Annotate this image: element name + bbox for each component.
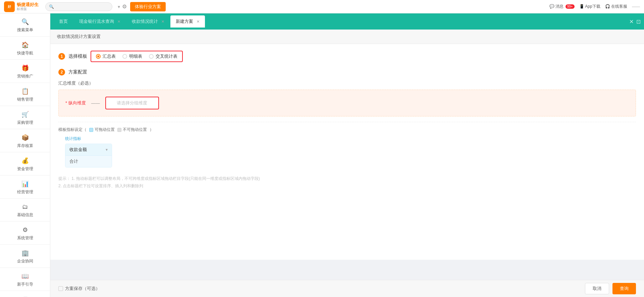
sidebar-item-label: 资金管理 bbox=[17, 166, 33, 172]
tab-cashflow-label: 现金银行流水查询 bbox=[79, 18, 114, 24]
dimension-select-box[interactable]: 请选择分组维度 bbox=[105, 97, 159, 109]
panel-header: 收款情况统计方案设置 bbox=[50, 30, 644, 44]
tab-home-label: 首页 bbox=[59, 18, 68, 24]
system-icon: ⚙ bbox=[22, 226, 28, 234]
marketing-icon: 🎁 bbox=[21, 64, 29, 72]
logo-icon: 好 bbox=[4, 1, 15, 12]
sidebar-item-label: 采购管理 bbox=[17, 120, 33, 126]
sidebar-item-system[interactable]: ⚙ 系统管理 bbox=[0, 221, 50, 245]
dropdown-arrow-icon[interactable]: ▾ bbox=[118, 4, 120, 9]
tab-home[interactable]: 首页 bbox=[54, 15, 73, 28]
tab-payment-stats-close[interactable]: ✕ bbox=[161, 19, 164, 24]
message-badge: 99+ bbox=[566, 4, 575, 9]
tab-new-plan-close[interactable]: ✕ bbox=[197, 19, 200, 24]
tab-right-actions: ✕ ⊡ bbox=[629, 18, 641, 25]
step1-title: 选择模板 bbox=[68, 53, 87, 59]
download-label: App下载 bbox=[585, 4, 600, 9]
stats-table-wrapper: 统计指标 收款金额 ▾ 合计 bbox=[65, 136, 636, 168]
dimension-config-area: * 纵向维度 —— 请选择分组维度 bbox=[58, 90, 636, 116]
arrow-icon: —— bbox=[91, 101, 100, 106]
sidebar-item-search[interactable]: 🔍 搜索菜单 bbox=[0, 13, 50, 37]
bottom-footer: 方案保存（可选） 取消 查询 bbox=[50, 280, 644, 297]
top-icon-group: 💬 消息 99+ 📱 App下载 🎧 在线客服 —— bbox=[549, 4, 640, 9]
download-icon[interactable]: 📱 App下载 bbox=[579, 4, 600, 9]
close-window-btn[interactable]: ✕ bbox=[629, 18, 634, 25]
page-content: 收款情况统计方案设置 1 选择模板 汇总表 bbox=[50, 30, 644, 280]
step2-num: 2 bbox=[58, 69, 65, 76]
sidebar-item-label: 库存核算 bbox=[17, 143, 33, 149]
sidebar-item-inventory[interactable]: 📦 库存核算 bbox=[0, 129, 50, 152]
metrics-col-header: 收款金额 bbox=[69, 147, 87, 153]
sidebar-item-guide[interactable]: 📖 新手引导 bbox=[0, 268, 50, 291]
radio-detail[interactable]: 明细表 bbox=[122, 53, 142, 59]
tab-bar: 首页 现金银行流水查询 ✕ 收款情况统计 ✕ 新建方案 ✕ ✕ ⊡ bbox=[50, 13, 644, 30]
service-icon[interactable]: 🎧 在线客服 bbox=[605, 4, 627, 9]
radio-circle-detail bbox=[122, 54, 127, 59]
dimension-select-placeholder: 请选择分组维度 bbox=[117, 100, 147, 105]
sidebar-item-purchase[interactable]: 🛒 采购管理 bbox=[0, 106, 50, 129]
logo-badge: 标准版 bbox=[17, 7, 39, 11]
sidebar: 🔍 搜索菜单 🏠 快捷导航 🎁 营销推广 📋 销售管理 🛒 采购管理 📦 库存核… bbox=[0, 13, 50, 297]
tab-payment-stats-label: 收款情况统计 bbox=[132, 18, 158, 24]
main-layout: 🔍 搜索菜单 🏠 快捷导航 🎁 营销推广 📋 销售管理 🛒 采购管理 📦 库存核… bbox=[0, 13, 644, 297]
tab-cashflow-close[interactable]: ✕ bbox=[117, 19, 120, 24]
inventory-icon: 📦 bbox=[21, 134, 29, 141]
sidebar-item-hardware[interactable]: 🖥 智能硬件 bbox=[0, 291, 50, 297]
content-area: 首页 现金银行流水查询 ✕ 收款情况统计 ✕ 新建方案 ✕ ✕ ⊡ bbox=[50, 13, 644, 297]
metrics-table-row: 合计 bbox=[65, 156, 112, 167]
metrics-table: 收款金额 ▾ 合计 bbox=[65, 144, 112, 167]
page-title: 收款情况统计方案设置 bbox=[57, 34, 101, 39]
fixed-dot bbox=[117, 128, 121, 132]
sidebar-item-label: 销售管理 bbox=[17, 97, 33, 102]
stats-label: 统计指标 bbox=[65, 136, 636, 142]
cancel-button[interactable]: 取消 bbox=[585, 283, 609, 294]
enterprise-icon: 🏢 bbox=[21, 249, 29, 257]
sidebar-item-marketing[interactable]: 🎁 营销推广 bbox=[0, 60, 50, 83]
sidebar-item-label: 系统管理 bbox=[17, 235, 33, 241]
legend-movable-label: 可拖动位置 bbox=[95, 127, 115, 133]
sidebar-item-enterprise[interactable]: 🏢 企业协同 bbox=[0, 245, 50, 268]
search-menu-icon: 🔍 bbox=[21, 18, 29, 26]
legend-fixed-label: 不可拖动位置 bbox=[123, 127, 147, 133]
logo-area: 好 畅捷通好生 标准版 bbox=[4, 1, 39, 12]
top-search-bar: 🔍 bbox=[45, 2, 112, 11]
base-info-icon: 🗂 bbox=[22, 203, 28, 210]
page-panel: 收款情况统计方案设置 1 选择模板 汇总表 bbox=[50, 30, 644, 260]
user-avatar: —— bbox=[632, 4, 640, 9]
step1-section: 1 选择模板 汇总表 明细表 bbox=[58, 51, 636, 62]
trial-button[interactable]: 体验行业方案 bbox=[130, 2, 166, 11]
tab-new-plan[interactable]: 新建方案 ✕ bbox=[170, 15, 205, 28]
radio-summary[interactable]: 汇总表 bbox=[96, 53, 116, 59]
save-label: 方案保存（可选） bbox=[65, 286, 100, 292]
metrics-table-header[interactable]: 收款金额 ▾ bbox=[65, 144, 112, 156]
step2-title: 方案配置 bbox=[68, 69, 87, 75]
management-icon: 📊 bbox=[21, 180, 29, 188]
sidebar-item-finance[interactable]: 💰 资金管理 bbox=[0, 152, 50, 176]
vertical-dimension-label: * 纵向维度 bbox=[65, 100, 86, 106]
gear-icon[interactable]: ⚙ bbox=[122, 3, 127, 10]
save-checkbox-box[interactable] bbox=[58, 286, 63, 291]
metrics-col-dropdown[interactable]: ▾ bbox=[106, 147, 108, 152]
tab-cashflow[interactable]: 现金银行流水查询 ✕ bbox=[74, 15, 126, 28]
sidebar-item-home[interactable]: 🏠 快捷导航 bbox=[0, 37, 50, 60]
dimension-row: * 纵向维度 —— 请选择分组维度 bbox=[65, 97, 629, 109]
save-checkbox[interactable]: 方案保存（可选） bbox=[58, 286, 100, 292]
sidebar-item-base-info[interactable]: 🗂 基础信息 bbox=[0, 199, 50, 221]
home-icon: 🏠 bbox=[21, 41, 29, 49]
metrics-close-text: ） bbox=[150, 127, 154, 133]
radio-crosstab[interactable]: 交叉统计表 bbox=[149, 53, 177, 59]
hint-line-2: 2. 点击标题栏下拉可设置排序、插入列和删除列 bbox=[58, 183, 636, 190]
sidebar-item-sales[interactable]: 📋 销售管理 bbox=[0, 83, 50, 106]
message-icon[interactable]: 💬 消息 99+ bbox=[549, 4, 575, 9]
sidebar-item-management[interactable]: 📊 经营管理 bbox=[0, 176, 50, 199]
expand-window-btn[interactable]: ⊡ bbox=[636, 18, 641, 25]
movable-dot bbox=[89, 128, 93, 132]
sidebar-item-label: 新手引导 bbox=[17, 282, 33, 287]
sidebar-item-label: 营销推广 bbox=[17, 73, 33, 79]
sales-icon: 📋 bbox=[21, 88, 29, 95]
action-buttons: 取消 查询 bbox=[585, 283, 636, 294]
step2-header: 2 方案配置 bbox=[58, 69, 636, 76]
query-button[interactable]: 查询 bbox=[612, 283, 636, 294]
tab-payment-stats[interactable]: 收款情况统计 ✕ bbox=[126, 15, 170, 28]
metrics-col-row: 合计 bbox=[69, 159, 78, 164]
